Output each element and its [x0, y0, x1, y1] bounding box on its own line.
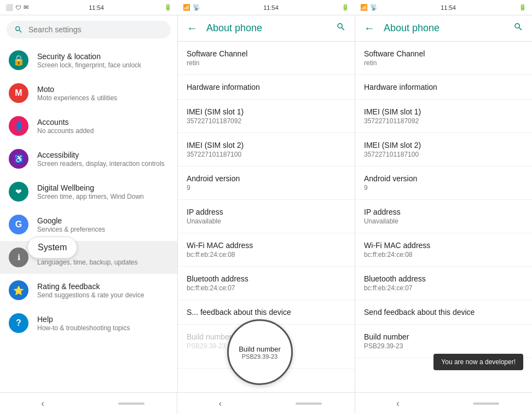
sw-channel-value: retin [187, 59, 346, 67]
android-ver-value-r: 9 [364, 184, 523, 192]
battery-icon: 🔋 [164, 4, 172, 11]
about-item-sw-channel[interactable]: Software Channel retin [178, 42, 355, 75]
settings-item-rating[interactable]: ⭐ Rating & feedback Send suggestions & r… [0, 274, 177, 307]
imei2-title-r: IMEI (SIM slot 2) [364, 141, 523, 150]
about-item-android-ver[interactable]: Android version 9 [178, 166, 355, 200]
settings-item-accounts[interactable]: 👤 Accounts No accounts added [0, 110, 177, 142]
about-panel-right: ← About phone Software Channel retin Har… [355, 15, 532, 392]
search-icon [14, 25, 23, 34]
back-button-right[interactable]: ← [364, 22, 375, 34]
wifi-mac-title: Wi-Fi MAC address [187, 241, 346, 250]
settings-list: 🔒 Security & location Screen lock, finge… [0, 44, 177, 392]
imei2-title: IMEI (SIM slot 2) [187, 141, 346, 150]
settings-item-security[interactable]: 🔒 Security & location Screen lock, finge… [0, 44, 177, 77]
status-panel-mid: 📶 📡 11:54 🔋 [177, 4, 355, 11]
rating-icon: ⭐ [9, 280, 28, 300]
about-item-wifi-mac-r[interactable]: Wi-Fi MAC address bc:ff:eb:24:ce:08 [355, 233, 532, 267]
bluetooth-title: Bluetooth address [187, 274, 346, 283]
about-list-middle: Software Channel retin Hardware informat… [178, 42, 355, 392]
imei1-title-r: IMEI (SIM slot 1) [364, 107, 523, 116]
about-item-bluetooth-r[interactable]: Bluetooth address bc:ff:eb:24:ce:07 [355, 267, 532, 300]
status-time-mid: 11:54 [263, 4, 279, 11]
system-bubble-label: System [27, 237, 77, 258]
settings-text-rating: Rating & feedback Send suggestions & rat… [37, 282, 169, 299]
settings-text-accessibility: Accessibility Screen readers, display, i… [37, 151, 169, 168]
system-subtitle: Languages, time, backup, updates [37, 258, 169, 266]
about-item-ip-r[interactable]: IP address Unavailable [355, 200, 532, 233]
status-icons-far-right: 🔋 [519, 4, 527, 11]
help-subtitle: How-to & troubleshooting topics [37, 324, 169, 332]
about-item-bluetooth[interactable]: Bluetooth address bc:ff:eb:24:ce:07 [178, 267, 355, 300]
nav-panel-left: ‹ [0, 393, 177, 414]
nav-back-right[interactable]: ‹ [388, 395, 408, 412]
wifi-mac-value: bc:ff:eb:24:ce:08 [187, 251, 346, 258]
shield-icon: 🛡 [15, 4, 21, 11]
about-item-sw-channel-r[interactable]: Software Channel retin [355, 42, 532, 75]
about-item-android-ver-r[interactable]: Android version 9 [355, 166, 532, 200]
accessibility-title: Accessibility [37, 151, 169, 159]
hw-info-title-r: Hardware information [364, 83, 523, 91]
nav-indicator-left [118, 403, 144, 405]
imei1-value: 357227101187092 [187, 117, 346, 125]
about-item-imei1-r[interactable]: IMEI (SIM slot 1) 357227101187092 [355, 100, 532, 133]
build-value-r: PSB29.39-23 [364, 342, 523, 350]
nav-bar: ‹ ‹ ‹ [0, 392, 532, 414]
google-icon: G [9, 215, 28, 234]
wellbeing-subtitle: Screen time, app timers, Wind Down [37, 193, 169, 200]
nav-back-mid[interactable]: ‹ [210, 395, 230, 412]
android-ver-value: 9 [187, 184, 346, 192]
build-circle-value: PSB29.39-23 [242, 353, 277, 360]
accessibility-icon: ♿ [9, 149, 28, 169]
status-icons-far-left: 📶 📡 [360, 4, 378, 11]
settings-item-moto[interactable]: M Moto Moto experiences & utilities [0, 77, 177, 110]
accounts-icon: 👤 [9, 116, 28, 136]
settings-text-google: Google Services & preferences [37, 216, 169, 233]
about-header-right: ← About phone [355, 15, 532, 42]
battery-icon-right: 🔋 [519, 4, 527, 11]
about-item-build[interactable]: Build number PSB29.39-23 Build number PS… [178, 325, 355, 369]
wifi-mac-value-r: bc:ff:eb:24:ce:08 [364, 251, 523, 258]
settings-item-system[interactable]: ℹ System Languages, time, backup, update… [0, 241, 177, 274]
settings-item-google[interactable]: G Google Services & preferences [0, 208, 177, 241]
file-icon: ⬜ [5, 4, 13, 11]
ip-title: IP address [187, 208, 346, 216]
nav-back-left[interactable]: ‹ [33, 395, 53, 412]
sw-channel-title-r: Software Channel [364, 49, 523, 58]
search-button-right[interactable] [513, 22, 523, 34]
build-circle: Build number PSB29.39-23 [227, 319, 293, 385]
search-button-middle[interactable] [336, 22, 346, 34]
settings-item-accessibility[interactable]: ♿ Accessibility Screen readers, display,… [0, 142, 177, 175]
build-title-r: Build number [364, 332, 523, 341]
wellbeing-icon: ❤ [9, 182, 28, 202]
status-time-right: 11:54 [441, 4, 456, 11]
settings-text-help: Help How-to & troubleshooting topics [37, 315, 169, 332]
sw-channel-title: Software Channel [187, 49, 346, 58]
status-icons-right: 🔋 [164, 4, 172, 11]
wellbeing-title: Digital Wellbeing [37, 183, 169, 192]
system-icon: ℹ [9, 248, 28, 267]
status-panel-left: ⬜ 🛡 ✉ 11:54 🔋 [0, 4, 177, 11]
settings-item-wellbeing[interactable]: ❤ Digital Wellbeing Screen time, app tim… [0, 175, 177, 208]
about-item-imei1[interactable]: IMEI (SIM slot 1) 357227101187092 [178, 100, 355, 133]
about-item-imei2[interactable]: IMEI (SIM slot 2) 357227101187100 [178, 133, 355, 166]
about-header-middle: ← About phone [178, 15, 355, 42]
status-icons-mid-right: 🔋 [342, 4, 349, 11]
settings-item-help[interactable]: ? Help How-to & troubleshooting topics [0, 307, 177, 340]
imei1-title: IMEI (SIM slot 1) [187, 107, 346, 116]
toast-message: You are now a developer! [441, 358, 516, 366]
accounts-title: Accounts [37, 118, 169, 127]
search-bar[interactable] [7, 21, 171, 38]
about-item-wifi-mac[interactable]: Wi-Fi MAC address bc:ff:eb:24:ce:08 [178, 233, 355, 267]
about-panel-middle: ← About phone Software Channel retin Har… [178, 15, 355, 392]
about-item-imei2-r[interactable]: IMEI (SIM slot 2) 357227101187100 [355, 133, 532, 166]
back-button-middle[interactable]: ← [187, 22, 198, 34]
android-ver-title: Android version [187, 174, 346, 183]
ip-title-r: IP address [364, 208, 523, 216]
about-item-feedback-r[interactable]: Send feedback about this device [355, 300, 532, 325]
nav-panel-right: ‹ [355, 393, 532, 414]
about-item-build-r[interactable]: Build number PSB29.39-23 [355, 325, 532, 358]
about-item-hw-info-r: Hardware information [355, 75, 532, 100]
search-input[interactable] [28, 25, 163, 34]
status-bar: ⬜ 🛡 ✉ 11:54 🔋 📶 📡 11:54 🔋 📶 📡 11:54 🔋 [0, 0, 532, 15]
about-item-ip[interactable]: IP address Unavailable [178, 200, 355, 233]
